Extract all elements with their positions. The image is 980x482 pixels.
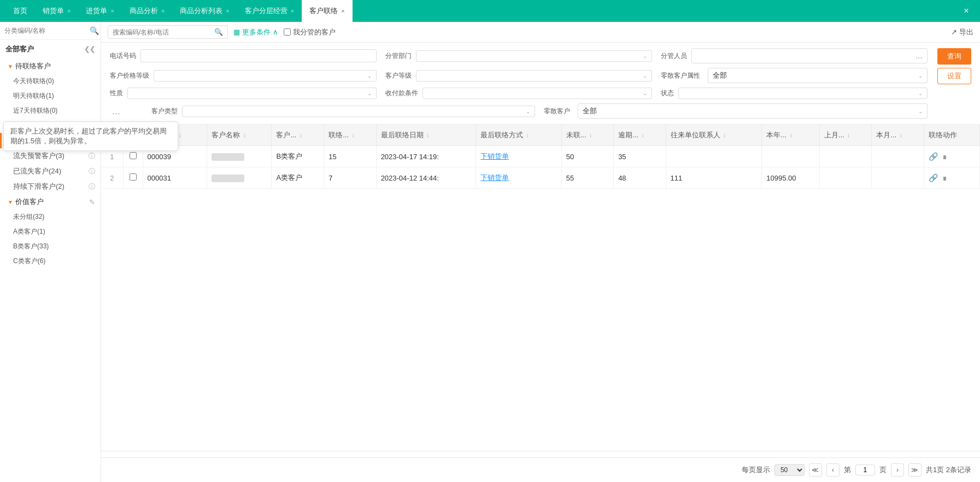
th-contact-count[interactable]: 联络... ↕	[324, 125, 376, 146]
nav-item-analysis[interactable]: 商品分析 ×	[122, 0, 172, 22]
link-action-icon-2[interactable]: 🔗	[929, 173, 938, 182]
grid-action-icon-2[interactable]: ∎	[942, 173, 947, 182]
nav-close-customer-contact[interactable]: ×	[341, 8, 344, 14]
nav-item-customer-tier[interactable]: 客户分层经营 ×	[237, 0, 302, 22]
dept-select-arrow: ⌄	[643, 53, 647, 59]
row-checkbox-1[interactable]	[130, 152, 137, 159]
customer-level-select[interactable]: ⌄	[416, 70, 652, 82]
grid-action-icon-1[interactable]: ∎	[942, 152, 947, 161]
more-conditions-button[interactable]: ▦ 更多条件 ∧	[233, 27, 278, 37]
filter-field-status: 状态 ⌄	[661, 88, 928, 99]
query-button[interactable]: 查询	[937, 48, 971, 65]
horizontal-scroll[interactable]	[101, 451, 980, 457]
info-icon-declining[interactable]: ⓘ	[89, 182, 95, 191]
sidebar-item-class-a[interactable]: A类客户(1)	[0, 224, 101, 239]
sidebar-item-tomorrow[interactable]: 明天待联络(1)	[0, 89, 101, 103]
page-input[interactable]	[855, 464, 875, 475]
filter-field-gender: 性质 ⌄	[110, 88, 377, 99]
manager-ellipsis[interactable]: ...	[916, 51, 923, 61]
nav-close-analysis-list[interactable]: ×	[226, 8, 229, 14]
last-method-link-1[interactable]: 下销货单	[480, 152, 509, 160]
sort-icon-code: ↕	[179, 132, 181, 138]
edit-icon-value[interactable]: ✎	[89, 198, 95, 206]
sidebar-section-pending[interactable]: ▼ 待联络客户	[0, 59, 101, 74]
customer-table: ⚙ 客户编码 ↕ 客户名称 ↕ 客户... ↕ 联络... ↕ 最后联络日期 ↕…	[101, 125, 980, 189]
status-select[interactable]: ⌄	[678, 88, 928, 99]
th-name[interactable]: 客户名称 ↕	[207, 125, 272, 146]
info-icon-churned[interactable]: ⓘ	[89, 167, 95, 176]
main-search-input[interactable]	[113, 28, 214, 36]
nav-item-customer-contact[interactable]: 客户联络 ×	[302, 0, 352, 22]
phone-input[interactable]	[140, 49, 377, 62]
th-overdue[interactable]: 逾期... ↕	[614, 125, 666, 146]
th-type[interactable]: 客户... ↕	[272, 125, 324, 146]
nav-item-home[interactable]: 首页	[5, 0, 35, 22]
sidebar-item-churned[interactable]: 已流失客户(24) ⓘ	[0, 164, 101, 179]
cell-this-month-1	[872, 146, 924, 167]
nav-item-analysis-list[interactable]: 商品分析列表 ×	[172, 0, 237, 22]
table-area: ⚙ 客户编码 ↕ 客户名称 ↕ 客户... ↕ 联络... ↕ 最后联络日期 ↕…	[101, 125, 980, 451]
nav-close-analysis[interactable]: ×	[161, 8, 165, 14]
nav-item-purchase[interactable]: 进货单 ×	[78, 0, 121, 22]
sidebar-collapse-icon[interactable]: ❮❮	[84, 45, 95, 53]
page-label: 第	[844, 465, 851, 475]
retail-customer-select[interactable]: 全部 ⌄	[578, 103, 928, 119]
more-filter-ellipsis[interactable]: ...	[112, 106, 120, 117]
left-sidebar: 🔍 全部客户 ❮❮ ▼ 待联络客户 今天待联络(0) 明天待联络(1) 近7天待…	[0, 22, 101, 482]
th-year[interactable]: 本年... ↕	[762, 125, 820, 146]
sidebar-item-today[interactable]: 今天待联络(0)	[0, 74, 101, 89]
last-method-link-2[interactable]: 下销货单	[480, 173, 509, 182]
cell-year-2: 10995.00	[762, 167, 820, 189]
sidebar-header-actions: ❮❮	[84, 45, 95, 53]
th-this-month[interactable]: 本月... ↕	[872, 125, 924, 146]
next-page-button[interactable]: ›	[891, 463, 904, 477]
cell-contacts-1	[666, 146, 762, 167]
all-customers-label: 全部客户	[5, 44, 34, 54]
sidebar-search-icon[interactable]: 🔍	[90, 26, 99, 35]
filter-buttons: 查询 设置	[937, 48, 971, 119]
nav-close-sales[interactable]: ×	[67, 8, 71, 14]
price-level-select[interactable]: ⌄	[154, 70, 377, 82]
dept-select[interactable]: ⌄	[416, 50, 652, 62]
sidebar-item-ungroups[interactable]: 未分组(32)	[0, 210, 101, 224]
retail-attr-select[interactable]: 全部 ⌄	[708, 68, 928, 83]
close-all-tabs-button[interactable]: ×	[958, 3, 975, 19]
filter-field-customer-type: 客户类型 ⌄	[151, 106, 535, 117]
settings-button[interactable]: 设置	[937, 68, 971, 84]
th-last-contact-method[interactable]: 最后联络方式 ↕	[476, 125, 561, 146]
nav-close-purchase[interactable]: ×	[110, 8, 114, 14]
th-no-contact[interactable]: 未联... ↕	[561, 125, 613, 146]
main-search-icon[interactable]: 🔍	[214, 28, 223, 36]
sidebar-section-value[interactable]: ▼ 价值客户 ✎	[0, 194, 101, 210]
nav-close-customer-tier[interactable]: ×	[291, 8, 294, 14]
section-label-value: 价值客户	[15, 197, 44, 207]
manager-select[interactable]: ...	[691, 48, 928, 63]
sidebar-item-declining[interactable]: 持续下滑客户(2) ⓘ	[0, 179, 101, 194]
link-action-icon-1[interactable]: 🔗	[929, 152, 938, 161]
gender-label: 性质	[110, 89, 123, 98]
th-last-contact-date[interactable]: 最后联络日期 ↕	[376, 125, 476, 146]
cell-last-date-2: 2023-04-12 14:44:	[376, 167, 476, 189]
gender-select[interactable]: ⌄	[127, 88, 377, 99]
last-page-button[interactable]: ≫	[908, 463, 922, 477]
tooltip-box: 距客户上次交易时长，超过了此客户的平均交易周期的1.5倍，则视为异常。	[3, 121, 178, 151]
row-checkbox-2[interactable]	[130, 173, 137, 181]
prev-page-button[interactable]: ‹	[826, 463, 840, 477]
sidebar-search-input[interactable]	[4, 27, 86, 34]
th-contacts[interactable]: 往来单位联系人 ↕	[666, 125, 762, 146]
payment-select[interactable]: ⌄	[422, 88, 652, 99]
customer-type-select[interactable]: ⌄	[182, 106, 535, 117]
per-page-select[interactable]: 50 20 100	[774, 464, 805, 476]
sidebar-item-7days[interactable]: 近7天待联络(0)	[0, 103, 101, 118]
export-button[interactable]: ↗ 导出	[951, 27, 973, 37]
payment-label: 收付款条件	[385, 89, 418, 98]
info-icon-churn-warning[interactable]: ⓘ	[89, 152, 95, 161]
price-level-arrow: ⌄	[367, 73, 372, 79]
nav-item-sales[interactable]: 销货单 ×	[35, 0, 78, 22]
first-page-button[interactable]: ≪	[809, 463, 822, 477]
th-last-month[interactable]: 上月... ↕	[819, 125, 871, 146]
sidebar-item-class-c[interactable]: C类客户(6)	[0, 254, 101, 269]
my-customers-checkbox[interactable]	[284, 28, 291, 36]
th-actions: 联络动作	[924, 125, 979, 146]
sidebar-item-class-b[interactable]: B类客户(33)	[0, 239, 101, 254]
